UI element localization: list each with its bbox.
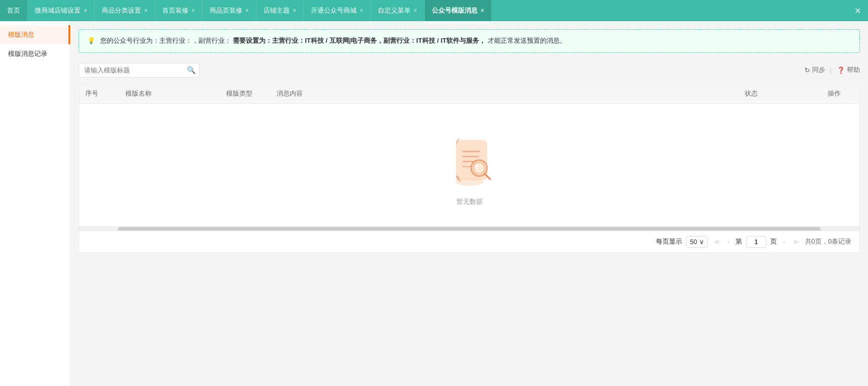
close-all-tabs-button[interactable]: ✕ <box>847 0 868 21</box>
next-page-button[interactable]: › <box>781 237 787 247</box>
svg-point-6 <box>474 163 485 174</box>
search-icon[interactable]: 🔍 <box>187 66 195 74</box>
horizontal-scrollbar[interactable] <box>79 226 859 230</box>
help-button[interactable]: ❓ 帮助 <box>837 65 860 74</box>
data-table: 序号 模版名称 模版类型 消息内容 状态 操作 <box>79 84 860 253</box>
close-tab-category-settings[interactable]: × <box>144 7 148 14</box>
page-label-before: 第 <box>736 237 742 246</box>
close-tab-product-decoration[interactable]: × <box>245 7 249 14</box>
page-label-after: 页 <box>770 237 777 246</box>
per-page-select[interactable]: 50 ∨ <box>686 236 707 248</box>
prev-page-button[interactable]: ‹ <box>725 237 731 247</box>
sidebar-item-template-msg[interactable]: 模版消息 <box>0 25 70 44</box>
close-tab-home-decoration[interactable]: × <box>191 7 195 14</box>
nav-tab-open-mall[interactable]: 开通公众号商城 × <box>304 0 371 21</box>
per-page-label: 每页显示 <box>656 237 682 246</box>
close-tab-open-mall[interactable]: × <box>360 7 363 14</box>
table-header: 序号 模版名称 模版类型 消息内容 状态 操作 <box>79 84 859 104</box>
nav-tab-category-settings[interactable]: 商品分类设置 × <box>95 0 155 21</box>
sidebar-item-template-msg-log[interactable]: 模版消息记录 <box>0 44 70 63</box>
nav-tab-home[interactable]: 首页 <box>0 0 28 21</box>
nav-tab-shop-theme[interactable]: 店铺主题 × <box>256 0 304 21</box>
sync-button[interactable]: ↻ 同步 <box>805 65 825 74</box>
empty-state: 暂无数据 <box>79 104 859 226</box>
col-header-seq: 序号 <box>79 84 119 103</box>
nav-tab-custom-menu[interactable]: 自定义菜单 × <box>371 0 425 21</box>
info-banner: 💡 您的公众号行业为：主营行业：，副营行业： 需要设置为：主营行业：IT科技 /… <box>79 29 860 53</box>
chevron-down-icon: ∨ <box>699 238 704 246</box>
col-header-status: 状态 <box>739 84 809 103</box>
nav-tab-template-msg[interactable]: 公众号模版消息 × <box>425 0 492 21</box>
page-number-input[interactable] <box>746 236 766 248</box>
empty-icon <box>442 134 497 189</box>
hint-icon: 💡 <box>87 37 95 44</box>
help-icon: ❓ <box>837 66 845 74</box>
close-tab-shop-theme[interactable]: × <box>293 7 296 14</box>
nav-tab-product-decoration[interactable]: 商品页装修 × <box>203 0 256 21</box>
col-header-content: 消息内容 <box>271 84 739 103</box>
first-page-button[interactable]: ⊲ <box>712 237 721 247</box>
close-tab-shop-settings[interactable]: × <box>84 7 87 14</box>
nav-tab-home-decoration[interactable]: 首页装修 × <box>155 0 203 21</box>
total-info: 共0页，0条记录 <box>805 237 851 246</box>
pagination: 每页显示 50 ∨ ⊲ ‹ 第 页 › ⊳ 共0页，0条记录 <box>79 230 859 253</box>
col-header-name: 模版名称 <box>119 84 220 103</box>
nav-tab-shop-settings[interactable]: 微商城店铺设置 × <box>28 0 95 21</box>
toolbar-right: ↻ 同步 | ❓ 帮助 <box>805 65 860 74</box>
close-tab-custom-menu[interactable]: × <box>414 7 417 14</box>
search-input-wrap: 🔍 <box>79 63 199 78</box>
search-input[interactable] <box>79 63 199 78</box>
top-nav: 首页 微商城店铺设置 × 商品分类设置 × 首页装修 × 商品页装修 × 店铺主… <box>0 0 868 21</box>
close-tab-template-msg[interactable]: × <box>481 7 484 14</box>
main-layout: 模版消息 模版消息记录 💡 您的公众号行业为：主营行业：，副营行业： 需要设置为… <box>0 21 868 386</box>
svg-point-8 <box>475 164 478 167</box>
content-area: 💡 您的公众号行业为：主营行业：，副营行业： 需要设置为：主营行业：IT科技 /… <box>71 21 868 386</box>
col-header-action: 操作 <box>809 84 859 103</box>
sidebar: 模版消息 模版消息记录 <box>0 21 71 386</box>
empty-text: 暂无数据 <box>456 197 483 206</box>
search-bar: 🔍 ↻ 同步 | ❓ 帮助 <box>79 63 860 78</box>
toolbar-divider: | <box>830 66 832 74</box>
last-page-button[interactable]: ⊳ <box>791 237 801 247</box>
sync-icon: ↻ <box>805 66 810 74</box>
col-header-type: 模版类型 <box>220 84 271 103</box>
